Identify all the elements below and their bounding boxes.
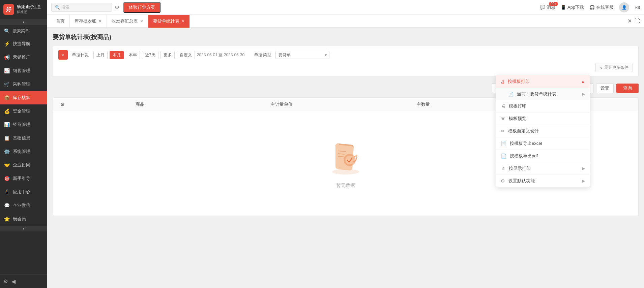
dropdown-display-print[interactable]: 🖥 按显示打印 ▶ <box>496 162 590 175</box>
sales-icon: 📈 <box>3 67 10 74</box>
footer-audio-icon[interactable]: ◀ <box>11 278 16 285</box>
date-custom[interactable]: 自定义 <box>177 51 195 59</box>
dropdown-default-func[interactable]: ⚙ 设置默认功能 ▶ <box>496 175 590 187</box>
date-range-text: 2023-06-01 至 2023-06-30 <box>197 52 244 58</box>
tab-close-receivables[interactable]: ✕ <box>140 19 143 24</box>
inventory-icon: 📦 <box>3 94 10 101</box>
date-last7[interactable]: 近7天 <box>142 51 158 59</box>
sidebar-item-search-menu[interactable]: 🔍 搜索菜单 <box>0 25 47 37</box>
sidebar-item-marketing[interactable]: 📢 营销推广 <box>0 51 47 64</box>
tab-order-stats[interactable]: 要货单统计表 ✕ <box>148 15 190 28</box>
page-content: 要货单统计表(按商品) » 单据日期 上月 本月 本年 近7天 更多 自定义 2… <box>47 28 644 288</box>
template-excel-icon: 📄 <box>501 141 506 146</box>
template-pdf-icon: 📄 <box>501 153 506 159</box>
date-filter-label: 单据日期 <box>72 52 89 58</box>
guide-icon: 🎯 <box>3 175 10 182</box>
basic-icon: 📋 <box>3 135 10 141</box>
dropdown-current-template[interactable]: 📄 模板打印 当前：要货单统计表 ▶ <box>496 88 590 100</box>
dropdown-template-excel[interactable]: 📄 按模板导出excel <box>496 137 590 150</box>
operations-icon: 📊 <box>3 121 10 128</box>
app-download-button[interactable]: 📱 App下载 <box>561 4 584 10</box>
table-header-settings[interactable]: ⚙ <box>56 102 69 107</box>
filter-bar: » 单据日期 上月 本月 本年 近7天 更多 自定义 2023-06-01 至 … <box>53 46 639 76</box>
collapse-icon: » <box>62 52 64 58</box>
search-icon: 🔍 <box>55 5 60 10</box>
sidebar: 好 畅捷通好生意 标准版 ▲ 🔍 搜索菜单 ⚡ 快捷导航 📢 营销推广 📈 销售… <box>0 0 47 288</box>
tab-home[interactable]: 首页 <box>51 15 70 28</box>
sidebar-item-guide[interactable]: 🎯 新手引导 <box>0 172 47 185</box>
app-download-icon: 📱 <box>561 5 566 10</box>
dropdown-template-pdf[interactable]: 📄 按模板导出pdf <box>496 150 590 162</box>
dropdown-template-design[interactable]: ✏ 模板自定义设计 <box>496 125 590 137</box>
user-avatar[interactable]: 👤 <box>619 2 629 12</box>
table-header-unit: 主计量单位 <box>211 101 352 107</box>
table-settings-icon[interactable]: ⚙ <box>60 102 65 107</box>
dropdown-template-preview[interactable]: 👁 模板预览 <box>496 113 590 125</box>
trial-button[interactable]: 体验行业方案 <box>123 2 160 13</box>
order-type-select[interactable]: 要货单 <box>275 51 329 59</box>
settings-button[interactable]: 设置 <box>596 83 614 93</box>
sidebar-item-basic[interactable]: 📋 基础信息 <box>0 131 47 145</box>
default-func-expand-icon: ▶ <box>582 179 585 183</box>
current-label: 当前：要货单统计表 <box>517 91 556 97</box>
tab-receivables[interactable]: 收发存汇总表 ✕ <box>107 15 148 28</box>
order-type-label: 单据类型 <box>254 52 271 58</box>
print-dropdown-menu: 🖨 按模板打印 ▲ 📄 模板打印 当前：要货单统计表 ▶ 🖨 模板打印 👁 模板… <box>496 75 590 187</box>
tab-inventory-batch[interactable]: 库存批次账 ✕ <box>70 15 107 28</box>
username: Rit <box>635 5 640 10</box>
sidebar-item-member[interactable]: ⭐ 畅会员 <box>0 212 47 226</box>
sidebar-item-finance[interactable]: 💰 资金管理 <box>0 104 47 118</box>
sidebar-item-collab[interactable]: 🤝 企业协同 <box>0 158 47 172</box>
logo-icon: 好 <box>3 4 14 15</box>
tab-close-order-stats[interactable]: ✕ <box>181 19 185 24</box>
tabs-controls: ✕ ⛶ <box>627 18 644 24</box>
query-button[interactable]: 查询 <box>616 84 639 93</box>
date-cur-month[interactable]: 本月 <box>110 51 124 59</box>
footer-settings-icon[interactable]: ⚙ <box>3 278 8 285</box>
date-prev-month[interactable]: 上月 <box>93 51 108 59</box>
expand-tabs-icon[interactable]: ⛶ <box>635 18 640 24</box>
expand-conditions-button[interactable]: ∨ 展开更多条件 <box>595 63 633 72</box>
sidebar-item-system[interactable]: ⚙️ 系统管理 <box>0 145 47 158</box>
filter-collapse-button[interactable]: » <box>58 50 68 60</box>
date-cur-year[interactable]: 本年 <box>126 51 140 59</box>
sidebar-item-wechat[interactable]: 💬 企业微信 <box>0 199 47 212</box>
sidebar-item-purchase[interactable]: 🛒 采购管理 <box>0 77 47 91</box>
dropdown-title: 按模板打印 <box>508 78 530 85</box>
dropdown-header: 🖨 按模板打印 ▲ <box>496 75 590 88</box>
purchase-icon: 🛒 <box>3 81 10 88</box>
table-header-goods: 商品 <box>69 101 211 107</box>
sidebar-item-app-center[interactable]: 📱 应用中心 <box>0 185 47 199</box>
message-badge: 99+ <box>549 2 558 6</box>
topbar-search-box[interactable]: 🔍 搜索 <box>51 3 112 12</box>
dropdown-template-print[interactable]: 🖨 模板打印 <box>496 100 590 113</box>
sidebar-item-operations[interactable]: 📊 经营管理 <box>0 118 47 131</box>
system-icon: ⚙️ <box>3 148 10 155</box>
sidebar-scroll-down[interactable]: ▼ <box>0 226 47 231</box>
sidebar-item-inventory[interactable]: 📦 库存核算 <box>0 91 47 104</box>
empty-text: 暂无数据 <box>336 183 355 189</box>
online-service-button[interactable]: 🎧 在线客服 <box>589 4 614 10</box>
sidebar-item-sales[interactable]: 📈 销售管理 <box>0 64 47 77</box>
search-icon: 🔍 <box>3 28 10 34</box>
topbar-gear-icon[interactable]: ⚙ <box>115 4 119 10</box>
order-type-select-wrapper: 要货单 <box>275 51 329 59</box>
messages-button[interactable]: 💬 消息 99+ <box>540 4 555 10</box>
app-center-icon: 📱 <box>3 189 10 195</box>
dropdown-close-icon[interactable]: ▲ <box>581 79 585 84</box>
search-placeholder: 搜索 <box>61 4 69 10</box>
sidebar-scroll-up[interactable]: ▲ <box>0 19 47 25</box>
filter-row-1: » 单据日期 上月 本月 本年 近7天 更多 自定义 2023-06-01 至 … <box>58 50 633 60</box>
empty-illustration <box>325 138 366 179</box>
close-all-tabs-icon[interactable]: ✕ <box>627 18 632 24</box>
sidebar-logo: 好 畅捷通好生意 标准版 <box>0 0 47 19</box>
collab-icon: 🤝 <box>3 162 10 168</box>
display-print-expand-icon: ▶ <box>582 166 585 171</box>
topbar: 🔍 搜索 ⚙ 体验行业方案 💬 消息 99+ 📱 App下载 🎧 在线客服 👤 <box>47 0 644 15</box>
template-design-icon: ✏ <box>501 128 505 134</box>
tab-close-inventory-batch[interactable]: ✕ <box>98 19 102 24</box>
sidebar-item-quick-nav[interactable]: ⚡ 快捷导航 <box>0 37 47 51</box>
date-more[interactable]: 更多 <box>160 51 175 59</box>
date-filter-group: 上月 本月 本年 近7天 更多 自定义 2023-06-01 至 2023-06… <box>93 51 244 59</box>
dropdown-title-area: 🖨 按模板打印 <box>501 78 530 85</box>
